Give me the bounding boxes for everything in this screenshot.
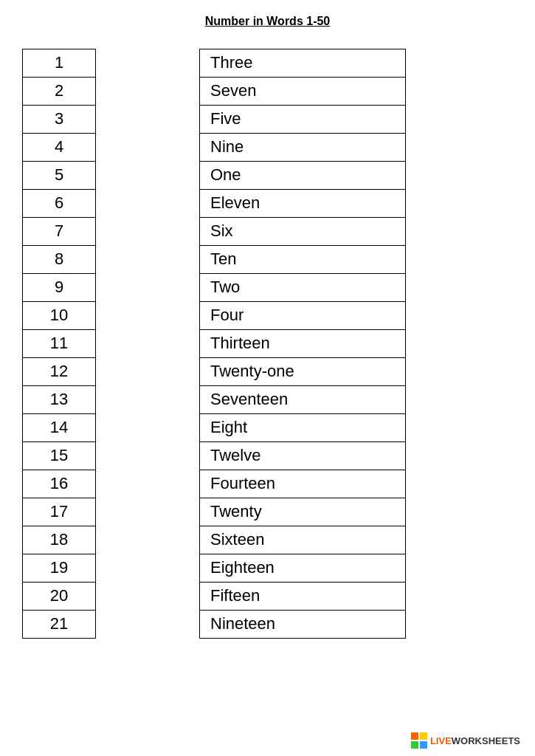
liveworksheets-badge: LIVEWORKSHEETS xyxy=(411,732,520,749)
number-cell: 8 xyxy=(23,246,96,274)
word-cell: Seven xyxy=(200,78,406,106)
words-table: ThreeSevenFiveNineOneElevenSixTenTwoFour… xyxy=(199,49,406,639)
number-cell: 3 xyxy=(23,106,96,134)
number-cell: 19 xyxy=(23,554,96,583)
word-cell: Nine xyxy=(200,134,406,162)
word-cell: Fourteen xyxy=(200,470,406,498)
number-cell: 10 xyxy=(23,302,96,330)
number-cell: 9 xyxy=(23,274,96,302)
number-cell: 13 xyxy=(23,386,96,414)
number-cell: 20 xyxy=(23,583,96,611)
word-cell: Thirteen xyxy=(200,330,406,358)
word-cell: Six xyxy=(200,218,406,246)
word-cell: Eight xyxy=(200,414,406,442)
svg-rect-3 xyxy=(420,741,427,749)
word-cell: Eleven xyxy=(200,190,406,218)
word-cell: Sixteen xyxy=(200,526,406,554)
number-cell: 14 xyxy=(23,414,96,442)
word-cell: Eighteen xyxy=(200,554,406,583)
number-cell: 7 xyxy=(23,218,96,246)
number-cell: 16 xyxy=(23,470,96,498)
svg-rect-2 xyxy=(411,741,418,749)
number-cell: 11 xyxy=(23,330,96,358)
number-cell: 17 xyxy=(23,498,96,526)
number-cell: 4 xyxy=(23,134,96,162)
number-cell: 5 xyxy=(23,162,96,190)
word-cell: Five xyxy=(200,106,406,134)
numbers-table: 123456789101112131415161718192021 xyxy=(22,49,96,639)
word-cell: Four xyxy=(200,302,406,330)
number-cell: 15 xyxy=(23,442,96,470)
word-cell: Twelve xyxy=(200,442,406,470)
word-cell: Fifteen xyxy=(200,583,406,611)
word-cell: Two xyxy=(200,274,406,302)
svg-rect-1 xyxy=(420,732,427,740)
word-cell: Nineteen xyxy=(200,611,406,639)
word-cell: One xyxy=(200,162,406,190)
lw-brand-text: LIVEWORKSHEETS xyxy=(430,735,520,746)
page-title: Number in Words 1-50 xyxy=(0,0,535,41)
number-cell: 18 xyxy=(23,526,96,554)
number-cell: 2 xyxy=(23,78,96,106)
content-area: 123456789101112131415161718192021 ThreeS… xyxy=(0,41,535,646)
word-cell: Three xyxy=(200,49,406,78)
number-cell: 21 xyxy=(23,611,96,639)
number-cell: 1 xyxy=(23,49,96,78)
word-cell: Twenty-one xyxy=(200,358,406,386)
number-cell: 6 xyxy=(23,190,96,218)
svg-rect-0 xyxy=(411,732,418,740)
word-cell: Seventeen xyxy=(200,386,406,414)
lw-logo-icon xyxy=(411,732,427,749)
word-cell: Ten xyxy=(200,246,406,274)
word-cell: Twenty xyxy=(200,498,406,526)
number-cell: 12 xyxy=(23,358,96,386)
